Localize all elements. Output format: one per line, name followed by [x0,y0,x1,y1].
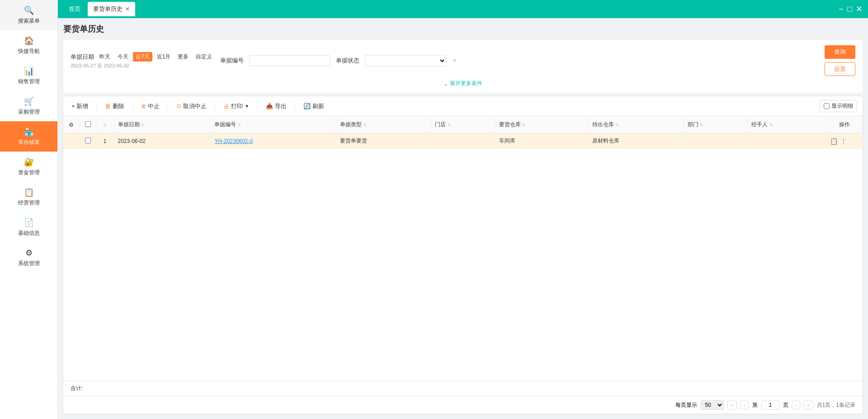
page-suffix: 页 [783,401,788,409]
search-icon: 🔍 [24,5,34,15]
cancel-stop-icon: ⊙ [176,103,181,110]
page-size-select[interactable]: 50 100 [701,400,724,410]
date-filter-group: 单据日期 昨天 今天 近7天 近1月 更多 自定义 2023-05-27 至 2… [71,52,215,69]
operation-icon: 📋 [24,187,34,197]
col-doc-no[interactable]: 单据编号 [211,116,336,133]
divider-6 [295,103,295,110]
minimize-button[interactable]: − [839,5,844,14]
col-req-warehouse[interactable]: 要货仓库 [495,116,589,133]
sidebar-item-operation[interactable]: 📋 经营管理 [0,182,57,212]
sidebar-item-system[interactable]: ⚙ 系统管理 [0,243,57,273]
row-more-button[interactable]: ⋮ [840,138,847,145]
row-settings [63,133,80,149]
doc-no-link[interactable]: YH-20230602-0 [214,138,253,144]
divider-1 [96,103,97,110]
col-department[interactable]: 部门 [684,116,747,133]
topbar: 首页 要货单历史 ✕ − □ ✕ [58,0,868,18]
status-select[interactable] [365,55,446,67]
show-detail-checkbox[interactable] [824,103,830,109]
total-info: 共1页，1条记录 [817,401,855,409]
col-handler[interactable]: 经手人 [747,116,826,133]
show-detail-toggle[interactable]: 显示明细 [820,100,857,112]
sidebar-item-basic[interactable]: 📄 基础信息 [0,212,57,243]
content-area: 要货单历史 单据日期 昨天 今天 近7天 近1月 更多 自定义 [58,18,868,419]
row-handler [747,133,826,149]
table-body: 1 2023-06-02 YH-20230602-0 要货单要货 车间库 原材料… [63,133,863,149]
query-buttons: 查询 设置 [825,45,855,76]
settings-button[interactable]: 设置 [825,62,855,76]
page-number-input[interactable] [761,400,779,409]
prev-page-button[interactable]: ‹ [741,400,749,409]
print-dropdown-arrow: ▼ [245,104,249,109]
date-btn-custom[interactable]: 自定义 [193,52,215,62]
close-window-button[interactable]: ✕ [856,4,863,14]
close-tab-icon[interactable]: ✕ [125,6,130,12]
select-all-checkbox[interactable] [85,121,91,127]
tab-home[interactable]: 首页 [63,2,86,16]
export-icon: 📤 [266,103,273,110]
sidebar-item-search[interactable]: 🔍 搜索菜单 [0,0,57,30]
op-buttons: 📋 ⋮ [830,138,859,145]
page-title: 要货单历史 [63,24,863,34]
table-row: 1 2023-06-02 YH-20230602-0 要货单要货 车间库 原材料… [63,133,863,149]
next-page-button[interactable]: › [792,400,800,409]
delete-button[interactable]: 🗑 删除 [102,100,127,112]
date-btn-7days[interactable]: 近7天 [133,52,152,62]
divider-3 [168,103,168,110]
print-button[interactable]: 🖨 打印 ▼ [221,100,252,112]
col-store[interactable]: 门店 [431,116,495,133]
inventory-icon: 🏪 [24,127,34,137]
refresh-icon: 🔄 [303,103,311,110]
finance-icon: 🔐 [24,157,34,167]
table-header-row: ⚙ 单据日期 单据编号 单据类型 门店 要货仓库 待出仓库 部门 [63,116,863,133]
basic-icon: 📄 [24,218,34,228]
toolbar-right: 显示明细 [820,100,857,112]
expand-more-row: ⌄ 展开更多条件 [71,80,855,87]
doc-no-input[interactable] [249,55,330,66]
date-btn-more[interactable]: 更多 [175,52,191,62]
row-doc-no: YH-20230602-0 [211,133,336,149]
sidebar-item-sales[interactable]: 📊 销售管理 [0,61,57,91]
col-doc-type[interactable]: 单据类型 [336,116,431,133]
maximize-button[interactable]: □ [847,5,852,14]
last-page-button[interactable]: » [804,400,813,409]
query-button[interactable]: 查询 [825,45,855,59]
row-req-warehouse: 车间库 [495,133,589,149]
first-page-button[interactable]: « [727,400,737,409]
table-wrapper: + 新增 🗑 删除 ⊗ 中止 ⊙ 取消中止 [63,96,863,414]
date-filter-label: 单据日期 [71,53,94,61]
purchase-icon: 🛒 [24,96,34,106]
row-operations: 📋 ⋮ [826,133,863,149]
date-btn-1month[interactable]: 近1月 [154,52,174,62]
sidebar-item-quick-nav[interactable]: 🏠 快捷导航 [0,30,57,61]
sales-icon: 📊 [24,66,34,76]
cancel-stop-button[interactable]: ⊙ 取消中止 [174,100,209,112]
export-button[interactable]: 📤 导出 [263,100,289,112]
date-range-text: 2023-05-27 至 2023-06-02 [71,62,215,69]
col-date[interactable]: 单据日期 [114,116,211,133]
row-checkbox-cell [80,133,96,149]
sidebar-item-finance[interactable]: 🔐 资金管理 [0,152,57,182]
delete-icon: 🗑 [105,103,111,110]
data-table: ⚙ 单据日期 单据编号 单据类型 门店 要货仓库 待出仓库 部门 [63,116,863,149]
system-icon: ⚙ [25,248,33,258]
row-checkbox[interactable] [85,138,91,143]
expand-more-button[interactable]: ⌄ 展开更多条件 [443,80,482,87]
sidebar-item-purchase[interactable]: 🛒 采购管理 [0,91,57,121]
summary-label: 合计: [71,385,83,392]
new-button[interactable]: + 新增 [69,100,91,112]
filter-card: 单据日期 昨天 今天 近7天 近1月 更多 自定义 2023-05-27 至 2… [63,40,863,93]
status-dropdown-arrow: ▼ [452,57,457,64]
date-btn-today[interactable]: 今天 [115,52,131,62]
date-btn-yesterday[interactable]: 昨天 [97,52,113,62]
row-edit-button[interactable]: 📋 [830,138,838,145]
print-icon: 🖨 [223,103,229,110]
refresh-button[interactable]: 🔄 刷新 [301,100,327,112]
date-buttons: 昨天 今天 近7天 近1月 更多 自定义 [97,52,215,62]
col-num [96,116,114,133]
tab-requisition-history[interactable]: 要货单历史 ✕ [88,2,135,16]
sidebar-item-inventory[interactable]: 🏪 库存核算 [0,121,57,152]
col-pending-warehouse[interactable]: 待出仓库 [589,116,684,133]
filter-row: 单据日期 昨天 今天 近7天 近1月 更多 自定义 2023-05-27 至 2… [71,45,855,76]
stop-button[interactable]: ⊗ 中止 [138,100,162,112]
